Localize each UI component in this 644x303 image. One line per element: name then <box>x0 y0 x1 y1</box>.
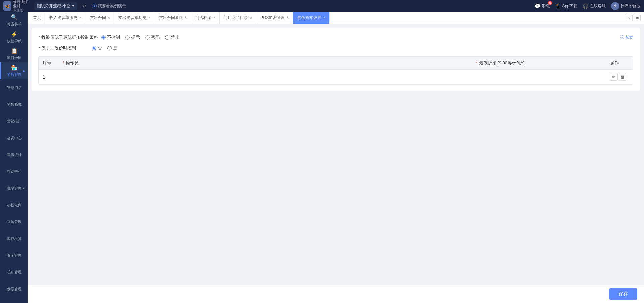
chevron-down-icon: ▼ <box>72 4 75 8</box>
radio-password[interactable]: 密码 <box>145 34 160 40</box>
chevron-icon: ▲ <box>22 69 25 72</box>
edit-row-btn[interactable]: ✏ <box>610 73 618 81</box>
tab-min-discount[interactable]: 最低折扣设置 × <box>293 12 330 24</box>
table-row: 1 ✏ 🗑 <box>39 70 633 84</box>
radio-forbidden-input[interactable] <box>165 35 169 40</box>
delete-row-btn[interactable]: 🗑 <box>619 73 626 81</box>
tab-store-file[interactable]: 门店档案 × <box>191 12 220 24</box>
headset-icon: 🎧 <box>583 3 588 9</box>
sidebar: 🔍 搜索菜单 ⚡ 快捷导航 📋 项目合同 🏪 零售管理 ▲ 智慧门店 零售商城 … <box>0 12 28 303</box>
demo-icon: ● <box>92 4 97 8</box>
cashier-policy-label: * 收银员低于最低折扣控制策略 <box>38 34 98 40</box>
help-icon: ⓘ <box>620 35 624 40</box>
radio-manual-yes[interactable]: 是 <box>107 45 117 51</box>
settings-btn[interactable]: ⚙ <box>82 4 86 8</box>
radio-hint[interactable]: 提示 <box>125 34 140 40</box>
radio-password-input[interactable] <box>145 35 150 40</box>
radio-no-control-input[interactable] <box>101 35 106 40</box>
topbar: 🦋 畅捷通好业财 专业版 测试分开流程-小览 ▼ ⚙ ● 我要看实例演示 💬 消… <box>0 0 644 12</box>
sidebar-item-quicknav[interactable]: ⚡ 快捷导航 <box>0 29 28 46</box>
manual-price-options: 否 是 <box>92 45 117 51</box>
message-btn[interactable]: 💬 消息 8 <box>535 3 550 9</box>
sidebar-item-stat[interactable]: 零售统计 <box>0 146 28 163</box>
tab-bar-end: × ⊞ <box>624 15 643 21</box>
tab-close-board[interactable]: × <box>185 16 187 20</box>
radio-hint-input[interactable] <box>125 35 130 40</box>
radio-manual-no[interactable]: 否 <box>92 45 102 51</box>
help-link[interactable]: ⓘ 帮助 <box>620 35 633 40</box>
message-badge: 8 <box>548 1 552 5</box>
page-content: * 收银员低于最低折扣控制策略 不控制 提示 密码 <box>28 24 644 285</box>
tab-close-mindiscount[interactable]: × <box>323 16 325 20</box>
user-menu[interactable]: 徐 徐泽华修改 <box>611 2 641 10</box>
sidebar-item-search[interactable]: 🔍 搜索菜单 <box>0 12 28 29</box>
online-service-btn[interactable]: 🎧 在线客服 <box>583 3 606 9</box>
sidebar-item-finance[interactable]: 资金管理 <box>0 247 28 264</box>
tab-pos-lock[interactable]: POS加密管理 × <box>256 12 293 24</box>
contract-icon: 📋 <box>11 48 18 54</box>
project-selector[interactable]: 测试分开流程-小览 ▼ <box>34 2 77 10</box>
sidebar-item-invoice[interactable]: 发票管理 <box>0 281 28 297</box>
save-bar: 保存 <box>28 285 644 303</box>
tab-close-poslock[interactable]: × <box>287 16 289 20</box>
cashier-policy-row: * 收银员低于最低折扣控制策略 不控制 提示 密码 <box>38 34 633 40</box>
tab-close-all-btn[interactable]: × <box>626 15 633 21</box>
td-min-discount <box>472 70 606 84</box>
tab-pay-confirm-history[interactable]: 支出确认单历史 × <box>114 12 155 24</box>
th-min-discount: * 最低折扣 (9.00等于9折) <box>472 57 606 69</box>
radio-no-control[interactable]: 不控制 <box>101 34 120 40</box>
sidebar-item-purchase[interactable]: 采购管理 <box>0 213 28 230</box>
save-button[interactable]: 保存 <box>609 288 637 300</box>
tab-close-payconfirm[interactable]: × <box>149 16 151 20</box>
sidebar-item-inventory[interactable]: 库存核算 <box>0 230 28 247</box>
radio-manual-yes-input[interactable] <box>107 46 112 50</box>
store-icon: 🏪 <box>11 64 18 71</box>
message-icon: 💬 <box>535 3 540 9</box>
sidebar-item-market[interactable]: 营销推广 <box>0 113 28 130</box>
search-icon: 🔍 <box>11 14 18 20</box>
sidebar-item-project[interactable]: 📋 项目合同 <box>0 46 28 62</box>
radio-manual-no-input[interactable] <box>92 46 96 50</box>
manual-price-label: * 仅手工改价时控制 <box>38 45 89 51</box>
sidebar-item-retail[interactable]: 🏪 零售管理 ▲ <box>0 62 28 79</box>
th-actions: 操作 <box>606 57 633 69</box>
sidebar-item-ecom[interactable]: 小畅电商 <box>0 197 28 213</box>
cashier-policy-options: 不控制 提示 密码 禁止 <box>101 34 179 40</box>
download-icon: 📱 <box>555 3 561 9</box>
tab-close-paycontract[interactable]: × <box>108 16 110 20</box>
lightning-icon: ⚡ <box>11 31 18 37</box>
sidebar-item-shop[interactable]: 零售商城 <box>0 96 28 113</box>
topbar-actions: 💬 消息 8 📱 App下载 🎧 在线客服 徐 徐泽华修改 <box>535 2 641 10</box>
tab-pay-contract[interactable]: 支出合同 × <box>86 12 114 24</box>
settings-panel: * 收银员低于最低折扣控制策略 不控制 提示 密码 <box>32 28 640 91</box>
tab-close-storefile[interactable]: × <box>213 16 215 20</box>
tab-close-income[interactable]: × <box>79 16 82 20</box>
manual-price-row: * 仅手工改价时控制 否 是 <box>38 45 633 51</box>
tab-pay-contract-board[interactable]: 支出合同看板 × <box>155 12 192 24</box>
td-operator <box>59 70 472 84</box>
app-download-btn[interactable]: 📱 App下载 <box>555 3 577 9</box>
avatar: 徐 <box>611 2 619 10</box>
sidebar-item-ledger[interactable]: 总账管理 <box>0 264 28 281</box>
sidebar-item-tax[interactable]: 税务管理 <box>0 297 28 303</box>
app-name: 畅捷通好业财 专业版 <box>13 0 31 12</box>
sidebar-item-batch[interactable]: 批发管理 ▼ <box>0 180 28 197</box>
tab-income-history[interactable]: 收入确认单历史 × <box>45 12 86 24</box>
tab-store-product[interactable]: 门店商品目录 × <box>220 12 256 24</box>
td-row-actions: ✏ 🗑 <box>606 70 633 84</box>
radio-forbidden[interactable]: 禁止 <box>165 34 179 40</box>
logo-icon: 🦋 <box>3 1 11 11</box>
sidebar-item-smart[interactable]: 智慧门店 <box>0 79 28 96</box>
app-logo: 🦋 畅捷通好业财 专业版 <box>3 0 31 12</box>
th-operator: * 操作员 <box>59 57 472 69</box>
sidebar-item-help[interactable]: 帮助中心 <box>0 163 28 180</box>
th-seq: 序号 <box>39 57 59 69</box>
demo-link[interactable]: ● 我要看实例演示 <box>92 3 126 9</box>
tab-home[interactable]: 首页 <box>29 12 45 24</box>
tab-close-storeproduct[interactable]: × <box>250 16 252 20</box>
table-header: 序号 * 操作员 * 最低折扣 (9.00等于9折) 操作 <box>39 57 633 70</box>
tab-bar: 首页 收入确认单历史 × 支出合同 × 支出确认单历史 × 支出合同看板 × 门… <box>28 12 644 24</box>
tab-more-btn[interactable]: ⊞ <box>634 15 641 21</box>
sidebar-item-member[interactable]: 会员中心 <box>0 130 28 146</box>
gear-icon: ⚙ <box>82 4 86 8</box>
